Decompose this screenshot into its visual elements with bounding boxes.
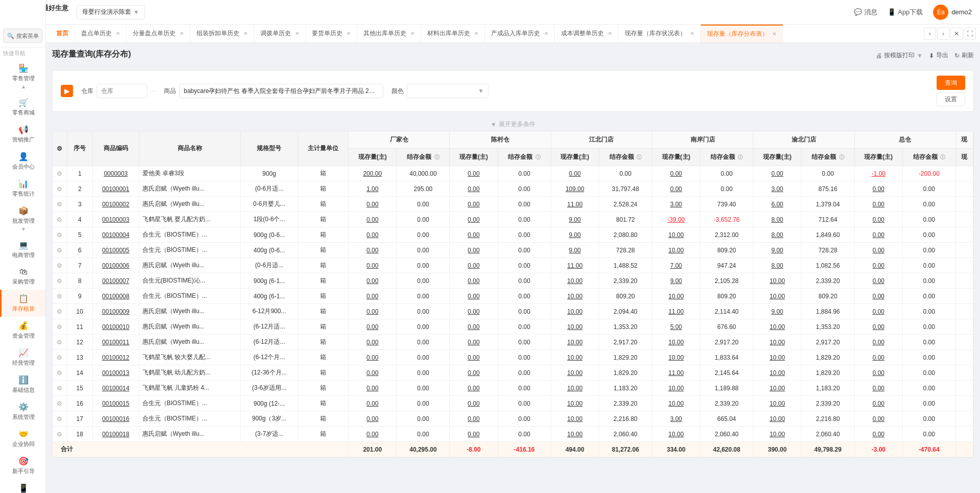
tab-close-icon[interactable]: ✕: [690, 31, 694, 36]
tab-close-icon[interactable]: ✕: [608, 31, 612, 36]
tab-close-icon[interactable]: ✕: [772, 31, 776, 37]
td-name: 合生元（BIOSTIME）...: [139, 243, 241, 258]
th-goods-code: 商品编码: [92, 131, 139, 166]
sidebar-item-zero-retail[interactable]: 🏪 零售管理 ▲: [0, 59, 45, 93]
th-no: 序号: [67, 131, 92, 166]
tab-material-out[interactable]: 材料出库单历史 ✕: [421, 25, 485, 43]
system-selector[interactable]: 母婴行业演示陈套 ▼: [77, 5, 145, 19]
tab-next-btn[interactable]: ›: [937, 28, 949, 40]
info-icon-1[interactable]: ⓘ: [434, 154, 439, 160]
td-f-bal: 0.00: [397, 304, 450, 319]
td-gear[interactable]: ⚙: [53, 258, 67, 273]
td-curr: [955, 319, 973, 335]
settings-button[interactable]: 设置: [937, 92, 965, 106]
tab-expand-btn[interactable]: ⛶: [964, 28, 976, 40]
tab-close-icon[interactable]: ✕: [410, 31, 414, 36]
tab-distribution-count[interactable]: 分量盘点单历史 ✕: [127, 25, 190, 43]
td-gear[interactable]: ⚙: [53, 335, 67, 350]
table-row: ⚙ 12 00100011 惠氏启赋（Wyeth illu... (6-12月适…: [53, 335, 973, 350]
tab-close-icon[interactable]: ✕: [474, 31, 478, 36]
tab-close-all-btn[interactable]: ✕: [950, 28, 963, 40]
td-gear[interactable]: ⚙: [53, 227, 67, 243]
search-button[interactable]: 查询: [937, 76, 965, 90]
color-selector[interactable]: ▼: [407, 84, 488, 98]
td-gear[interactable]: ⚙: [53, 166, 67, 181]
tab-close-icon[interactable]: ✕: [243, 31, 248, 36]
search-action-btns: 查询 设置: [937, 76, 965, 106]
sidebar-item-guide[interactable]: 🎯 新手引导: [0, 452, 45, 479]
tab-close-icon[interactable]: ✕: [116, 31, 120, 36]
td-yb-stock: 10.00: [753, 427, 801, 442]
info-icon-5[interactable]: ⓘ: [839, 154, 844, 160]
tab-prev-btn[interactable]: ‹: [924, 28, 936, 40]
td-gear[interactable]: ⚙: [53, 381, 67, 396]
sidebar-item-marketing[interactable]: 📢 营销推广: [0, 121, 45, 148]
td-gear[interactable]: ⚙: [53, 350, 67, 365]
sidebar-item-basic[interactable]: ℹ️ 基础信息: [0, 371, 45, 398]
tab-other-out[interactable]: 其他出库单历史 ✕: [357, 25, 421, 43]
sidebar-item-enterprise[interactable]: 🤝 企业协同: [0, 425, 45, 452]
info-icon-2[interactable]: ⓘ: [535, 154, 541, 160]
td-gear[interactable]: ⚙: [53, 319, 67, 335]
info-icon-3[interactable]: ⓘ: [636, 154, 642, 160]
export-btn[interactable]: ⬇ 导出: [929, 51, 948, 60]
td-unit: 箱: [298, 335, 349, 350]
sidebar-item-finance[interactable]: 💰 资金管理: [0, 317, 45, 344]
guide-icon: 🎯: [18, 456, 29, 466]
td-gear[interactable]: ⚙: [53, 365, 67, 381]
td-gear[interactable]: ⚙: [53, 427, 67, 442]
tab-product-in[interactable]: 产成品入库单历史 ✕: [485, 25, 555, 43]
print-btn[interactable]: 🖨 按模版打印 ▼: [876, 51, 923, 60]
info-icon-4[interactable]: ⓘ: [738, 154, 743, 160]
search-btn[interactable]: 🔍 搜索英单: [3, 29, 42, 43]
td-spec: 900g（3岁...: [241, 411, 298, 427]
sidebar-item-system[interactable]: ⚙️ 系统管理: [0, 398, 45, 425]
message-btn[interactable]: 💬 消息: [854, 8, 877, 17]
user-menu[interactable]: Ea demo2: [933, 5, 972, 20]
tab-inventory-count[interactable]: 盘点单历史 ✕: [75, 25, 127, 43]
info-icon-6[interactable]: ⓘ: [940, 154, 945, 160]
tab-close-icon[interactable]: ✕: [295, 31, 299, 36]
expand-btn[interactable]: ▶: [61, 85, 73, 97]
td-gear[interactable]: ⚙: [53, 197, 67, 212]
td-gear[interactable]: ⚙: [53, 273, 67, 289]
sidebar-item-appcenter[interactable]: 📱 应用中心: [0, 479, 45, 493]
td-gear[interactable]: ⚙: [53, 243, 67, 258]
td-gear[interactable]: ⚙: [53, 212, 67, 227]
td-gear[interactable]: ⚙: [53, 411, 67, 427]
sidebar-item-purchase[interactable]: 🛍 采购管理: [0, 263, 45, 290]
tab-close-icon[interactable]: ✕: [347, 31, 351, 36]
app-download-btn[interactable]: 📱 App下载: [888, 8, 923, 17]
sidebar-item-wholesale[interactable]: 📦 批发管理 ▼: [0, 202, 45, 236]
td-t-bal: 0.00: [902, 181, 955, 197]
td-gear[interactable]: ⚙: [53, 304, 67, 319]
td-gear[interactable]: ⚙: [53, 396, 67, 411]
refresh-btn[interactable]: ↻ 刷新: [954, 51, 974, 60]
td-curr: [955, 335, 973, 350]
tab-cost-adjust[interactable]: 成本调整单历史 ✕: [555, 25, 619, 43]
td-gear[interactable]: ⚙: [53, 289, 67, 304]
td-gear[interactable]: ⚙: [53, 181, 67, 197]
tab-close-icon[interactable]: ✕: [180, 31, 184, 36]
goods-selector[interactable]: babycare孕妇待产包 春季入院全套母子组合孕妇产前冬季月子用品 22件套 …: [179, 84, 383, 98]
td-code: 00100015: [92, 396, 139, 411]
td-curr: [955, 350, 973, 365]
tab-home[interactable]: 首页: [50, 25, 75, 43]
tab-disassemble[interactable]: 组装拆卸单历史 ✕: [190, 25, 254, 43]
sidebar-item-member[interactable]: 👤 会员中心: [0, 148, 45, 175]
tab-current-stock[interactable]: 现存量（库存状况表） ✕: [619, 25, 701, 43]
tab-stock-dist[interactable]: 现存量（库存分布表） ✕: [701, 25, 783, 43]
warehouse-input[interactable]: [96, 84, 148, 98]
sidebar-item-inventory[interactable]: 📋 库存核算: [0, 290, 45, 317]
expand-more-bar[interactable]: ▼ 展开更多条件: [52, 118, 974, 131]
tab-close-icon[interactable]: ✕: [544, 31, 548, 36]
tab-requisition[interactable]: 要货单历史 ✕: [306, 25, 357, 43]
tab-transfer[interactable]: 调拨单历史 ✕: [254, 25, 306, 43]
td-na-bal: 809.20: [700, 243, 753, 258]
sidebar-item-operation[interactable]: 📈 经营管理: [0, 344, 45, 371]
sidebar-item-ecommerce[interactable]: 💻 电商管理: [0, 236, 45, 263]
td-yb-bal: 1,884.96: [801, 304, 854, 319]
sidebar-item-zero-mall[interactable]: 🛒 零售商城: [0, 93, 45, 121]
td-yb-stock: 3.00: [753, 181, 801, 197]
sidebar-item-zero-stats[interactable]: 📊 零售统计: [0, 175, 45, 202]
